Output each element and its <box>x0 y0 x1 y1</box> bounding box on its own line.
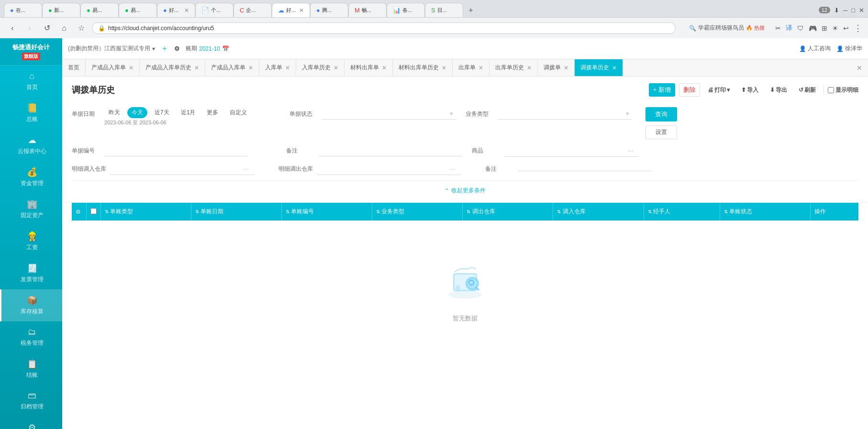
tab-close-outbound[interactable]: ✕ <box>479 65 483 71</box>
export-btn[interactable]: ⬇ 导出 <box>766 84 791 96</box>
delete-btn[interactable]: 删除 <box>679 83 700 97</box>
tab-close-receipt-history[interactable]: ✕ <box>334 65 338 71</box>
cut-icon[interactable]: ✂ <box>775 24 781 32</box>
browser-tab-8[interactable]: ☁ 好... ✕ <box>272 3 310 17</box>
browser-tab-3[interactable]: ● 易... <box>80 3 119 17</box>
refresh-btn[interactable]: ↺ 刷新 <box>795 84 820 96</box>
tab-inbound-history[interactable]: 产成品入库单历史 ✕ <box>140 59 205 77</box>
tab-close-inbound[interactable]: ✕ <box>129 65 134 71</box>
downloads-icon[interactable]: ⬇ <box>834 7 839 14</box>
browser-tab-12[interactable]: S 目... <box>425 3 463 17</box>
maximize-btn[interactable]: □ <box>851 7 855 14</box>
import-btn[interactable]: ⬆ 导入 <box>737 84 762 96</box>
tab-close-material-out[interactable]: ✕ <box>382 65 387 71</box>
sidebar-item-invoice[interactable]: 🧾 发票管理 <box>0 257 62 289</box>
period-selector[interactable]: 账期 2021-10 📅 <box>186 44 229 53</box>
reload-btn[interactable]: ↺ <box>40 22 54 35</box>
user-avatar[interactable]: 👤 徐泽华 <box>836 44 862 53</box>
tab-inbound2[interactable]: 产成品入库单 ✕ <box>205 59 259 77</box>
detail-in-dots-btn[interactable]: ··· <box>241 165 251 173</box>
th-type[interactable]: ⇅ 单账类型 <box>100 203 191 220</box>
settings-gear-icon[interactable]: ⚙ <box>174 45 180 52</box>
sidebar-item-settle[interactable]: 📋 结账 <box>0 353 62 385</box>
th-out-warehouse[interactable]: ⇅ 调出仓库 <box>463 203 553 220</box>
browser-tab-11[interactable]: 📊 各... <box>387 3 425 17</box>
sidebar-item-funds[interactable]: 💰 资金管理 <box>0 161 62 193</box>
sidebar-item-reports[interactable]: ☁ 云报表中心 <box>0 129 62 161</box>
tab-close-receipt[interactable]: ✕ <box>285 65 290 71</box>
brightness-icon[interactable]: ☀ <box>832 24 838 32</box>
date-custom[interactable]: 自定义 <box>225 107 251 118</box>
tab-close-transfer[interactable]: ✕ <box>564 65 568 71</box>
date-today[interactable]: 今天 <box>127 107 147 118</box>
browser-tab-5[interactable]: ● 好... ✕ <box>157 3 195 17</box>
tab-close-outbound-history[interactable]: ✕ <box>527 65 532 71</box>
query-btn[interactable]: 查询 <box>645 107 677 121</box>
remark-input[interactable] <box>319 145 462 156</box>
date-1month[interactable]: 近1月 <box>177 107 200 118</box>
th-status[interactable]: ⇅ 单账状态 <box>720 203 810 220</box>
collapse-btn[interactable]: ⌃ 收起更多条件 <box>439 185 491 197</box>
tab-close-material-out-history[interactable]: ✕ <box>442 65 446 71</box>
detail-out-dots-btn[interactable]: ··· <box>448 165 457 173</box>
order-no-input[interactable] <box>104 145 248 156</box>
tab-inbound[interactable]: 产成品入库单 ✕ <box>86 59 140 77</box>
date-yesterday[interactable]: 昨天 <box>104 107 124 118</box>
browser-tab-2[interactable]: ● 新... <box>42 3 80 17</box>
tab-close-transfer-history[interactable]: ✕ <box>612 65 617 71</box>
browser-tab-7[interactable]: C 企... <box>234 3 272 17</box>
new-btn[interactable]: + 新增 <box>649 83 676 97</box>
tab-transfer-history[interactable]: 调拨单历史 ✕ <box>575 59 623 77</box>
status-select[interactable]: ▾ <box>322 108 456 120</box>
undo-icon[interactable]: ↩ <box>843 24 849 32</box>
service-btn[interactable]: 👤 人工咨询 <box>799 44 831 53</box>
browser-tab-4[interactable]: ● 易... <box>119 3 157 17</box>
translate-icon[interactable]: 译 <box>786 24 792 33</box>
browser-tab-10[interactable]: M 畅... <box>348 3 387 17</box>
extension2-icon[interactable]: 🎮 <box>809 24 817 32</box>
tab-outbound-history[interactable]: 出库单历史 ✕ <box>490 59 538 77</box>
close-all-btn[interactable]: ✕ <box>851 64 868 72</box>
show-full-btn[interactable]: 显示明细 <box>828 86 858 94</box>
business-type-select[interactable]: ▾ <box>498 108 632 120</box>
search-bar[interactable]: 🔍 学霸应聘场驱鸟员 🔥 热搜 <box>683 22 770 34</box>
print-dropdown[interactable]: 🖨 打印 ▾ <box>704 84 734 96</box>
sidebar-item-assets[interactable]: 🏢 固定资产 <box>0 193 62 225</box>
tab-transfer[interactable]: 调拨单 ✕ <box>538 59 575 77</box>
more-icon[interactable]: ⋮ <box>854 23 862 33</box>
th-checkbox[interactable] <box>86 203 100 220</box>
bookmark-btn[interactable]: ☆ <box>75 22 88 35</box>
back-btn[interactable]: ‹ <box>6 22 19 35</box>
tab-home[interactable]: 首页 <box>62 59 86 77</box>
forward-btn[interactable]: › <box>23 22 36 35</box>
tab-material-out-history[interactable]: 材料出库单历史 ✕ <box>393 59 453 77</box>
show-full-checkbox[interactable] <box>828 87 834 93</box>
th-settings[interactable]: ⚙ <box>72 203 86 220</box>
minimize-btn[interactable]: ─ <box>843 7 847 14</box>
sidebar-item-inventory[interactable]: 📦 库存核算 <box>0 289 62 321</box>
url-bar[interactable]: 🔒 https://cloud.chanjet.com/accounting/u… <box>92 22 676 34</box>
tab-new-btn[interactable]: ＋ <box>467 5 475 15</box>
close-btn[interactable]: ✕ <box>859 7 864 14</box>
th-no[interactable]: ⇅ 单账编号 <box>281 203 372 220</box>
sidebar-item-tax[interactable]: 🗂 税务管理 <box>0 321 62 353</box>
browser-tab-9[interactable]: ● 腾... <box>310 3 348 17</box>
grid-icon[interactable]: ⊞ <box>822 24 827 32</box>
th-handler[interactable]: ⇅ 经手人 <box>644 203 720 220</box>
th-date[interactable]: ⇅ 单账日期 <box>191 203 281 220</box>
extension1-icon[interactable]: 🛡 <box>797 24 804 32</box>
tab-close-5[interactable]: ✕ <box>184 7 189 14</box>
product-dots-btn[interactable]: ··· <box>626 147 635 154</box>
tab-close-8[interactable]: ✕ <box>299 7 304 14</box>
browser-tab-6[interactable]: 📄 个... <box>195 3 234 17</box>
setting-btn[interactable]: 设置 <box>645 125 677 139</box>
home-btn[interactable]: ⌂ <box>57 22 71 35</box>
tab-receipt[interactable]: 入库单 ✕ <box>259 59 296 77</box>
sidebar-item-settings[interactable]: ⚙ 基础设置 <box>0 417 62 429</box>
company-selector[interactable]: (勿删勿禁用）江西服宝测试专用 ▾ <box>68 44 155 53</box>
tab-material-out[interactable]: 材料出库单 ✕ <box>345 59 393 77</box>
browser-tab-1[interactable]: ● 在... <box>4 3 42 17</box>
tab-close-inbound2[interactable]: ✕ <box>248 65 253 71</box>
date-7days[interactable]: 近7天 <box>150 107 174 118</box>
th-business-type[interactable]: ⇅ 业务类型 <box>372 203 463 220</box>
